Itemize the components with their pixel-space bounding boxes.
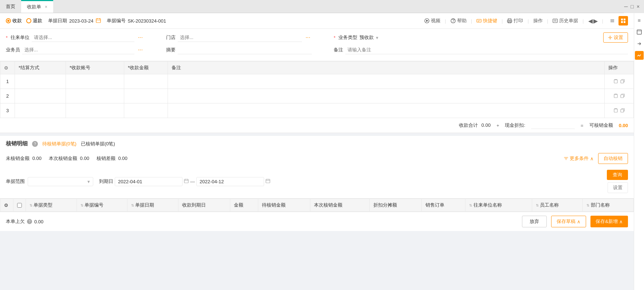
save-new-label: 保存&新增 [596, 218, 618, 225]
query-button[interactable]: 查询 [607, 170, 628, 180]
tab-close-icon[interactable]: × [45, 4, 47, 9]
row-copy-1[interactable] [620, 79, 625, 85]
svg-rect-22 [621, 19, 623, 20]
range-arrow-icon: ▾ [87, 179, 90, 184]
row-notes-1[interactable] [168, 74, 605, 89]
bth-bill-number-label: 单据编号 [85, 202, 103, 208]
partner-more-icon[interactable]: ··· [137, 34, 144, 41]
tab-current[interactable]: 收款单 × [21, 0, 53, 13]
sort-icon[interactable]: ⇅ [586, 203, 589, 207]
date-value[interactable]: 2023-03-24 [69, 18, 94, 24]
svg-point-26 [609, 37, 611, 38]
th-settings[interactable]: ⚙ [0, 62, 15, 74]
salesperson-more-icon[interactable]: ··· [137, 47, 144, 53]
date-end-input[interactable] [196, 177, 264, 186]
radio-refund[interactable]: 退款 [26, 17, 42, 24]
save-draft-arrow[interactable]: ∧ [577, 219, 581, 224]
svg-rect-27 [614, 80, 617, 83]
row-payment-3[interactable] [15, 103, 66, 118]
save-draft-button[interactable]: 保存草稿 ∧ [551, 216, 586, 227]
toolbar-help[interactable]: ? 帮助 [451, 17, 467, 24]
bill-number-value[interactable]: SK-20230324-001 [128, 18, 166, 24]
row-notes-3[interactable] [168, 103, 605, 118]
toolbar-operation[interactable]: 操作 [533, 17, 543, 24]
close-button[interactable]: × [637, 4, 640, 9]
row-amount-2[interactable] [124, 89, 168, 103]
toolbar-shortcut[interactable]: 快捷键 [476, 17, 497, 24]
store-input[interactable] [178, 33, 302, 42]
minimize-button[interactable]: ─ [624, 4, 628, 9]
nav-prev[interactable]: ◀ [588, 17, 593, 24]
more-conditions-btn[interactable]: 更多条件 ∧ [564, 155, 594, 162]
business-type-required: * [334, 35, 335, 40]
bth-settings[interactable]: ⚙ [0, 199, 13, 212]
main-content: 收款 退款 单据日期 2023-03-24 单据编号 SK-20230324-0… [0, 13, 634, 290]
row-payment-2[interactable] [15, 89, 66, 103]
toolbar-print[interactable]: 打印 [507, 17, 523, 24]
business-type-value: 预收款 [360, 34, 374, 41]
settings-gear-icon[interactable]: ⚙ [4, 65, 8, 71]
sidebar-icon-3[interactable] [635, 39, 644, 48]
settings-button[interactable]: 设置 [603, 32, 628, 43]
discount-input[interactable] [531, 122, 575, 129]
row-copy-3[interactable] [620, 108, 625, 114]
save-new-arrow[interactable]: ∧ [619, 219, 623, 224]
filter-settings-button[interactable]: 设置 [608, 182, 628, 193]
sidebar-icon-4[interactable] [635, 51, 644, 60]
date-dash: — [190, 179, 195, 184]
pending-link[interactable]: 待核销单据(0笔) [42, 141, 76, 147]
toolbar-video[interactable]: 视频 [424, 17, 440, 24]
sort-icon[interactable]: ⇅ [131, 203, 134, 207]
row-notes-2[interactable] [168, 89, 605, 103]
row-account-2[interactable] [66, 89, 124, 103]
th-notes-label: 备注 [172, 65, 181, 70]
sort-icon[interactable]: ⇅ [536, 203, 539, 207]
tab-home[interactable]: 首页 [0, 0, 21, 13]
row-account-1[interactable] [66, 74, 124, 89]
row-amount-3[interactable] [124, 103, 168, 118]
row-account-3[interactable] [66, 103, 124, 118]
store-more-icon[interactable]: ··· [304, 34, 312, 41]
date-start-input[interactable] [115, 177, 182, 186]
remarks-input[interactable] [345, 46, 628, 54]
row-copy-2[interactable] [620, 93, 625, 99]
select-all-checkbox[interactable] [17, 203, 22, 208]
business-type-arrow[interactable]: ▾ [376, 35, 378, 40]
maximize-button[interactable]: □ [631, 4, 633, 9]
sidebar-icon-2[interactable] [635, 28, 644, 36]
summary-input[interactable] [178, 46, 312, 54]
view-grid-icon[interactable] [619, 16, 628, 26]
bth-partner-label: 往来单位名称 [474, 202, 502, 208]
nav-next[interactable]: ▶ [593, 17, 598, 24]
salesperson-input[interactable] [22, 46, 134, 54]
date-start-calendar-icon[interactable] [184, 179, 189, 184]
sort-icon[interactable]: ⇅ [30, 203, 32, 207]
current-value: 0.00 [80, 156, 89, 161]
sort-icon[interactable]: ⇅ [80, 203, 83, 207]
toolbar-history[interactable]: 历史单据 [553, 17, 578, 24]
date-end-calendar-icon[interactable] [266, 179, 270, 184]
partner-input[interactable] [32, 33, 134, 42]
diff-label: 核销差额 [97, 156, 115, 161]
radio-collection[interactable]: 收款 [6, 17, 22, 24]
footer-info-icon[interactable]: ? [27, 219, 32, 224]
row-delete-1[interactable] [613, 79, 618, 85]
verification-info-icon[interactable]: ? [32, 141, 38, 147]
sort-icon[interactable]: ⇅ [469, 203, 472, 207]
row-delete-2[interactable] [613, 93, 618, 99]
svg-rect-33 [184, 179, 188, 183]
row-amount-1[interactable] [124, 74, 168, 89]
row-payment-1[interactable] [15, 74, 66, 89]
plus-sign: + [496, 123, 499, 128]
range-select[interactable]: ▾ [28, 177, 93, 186]
save-new-button[interactable]: 保存&新增 ∧ [590, 216, 628, 227]
verified-link[interactable]: 已核销单据(0笔) [81, 141, 115, 147]
bth-discount-label: 折扣分摊额 [373, 202, 397, 208]
bottom-settings-icon[interactable]: ⚙ [4, 203, 8, 208]
row-delete-3[interactable] [613, 108, 618, 114]
sidebar-icon-1[interactable]: ≡ [635, 16, 644, 25]
auto-verification-button[interactable]: 自动核销 [598, 153, 628, 164]
abandon-button[interactable]: 放弃 [522, 216, 547, 227]
view-list-icon[interactable] [608, 16, 617, 26]
calendar-icon[interactable] [96, 18, 101, 24]
